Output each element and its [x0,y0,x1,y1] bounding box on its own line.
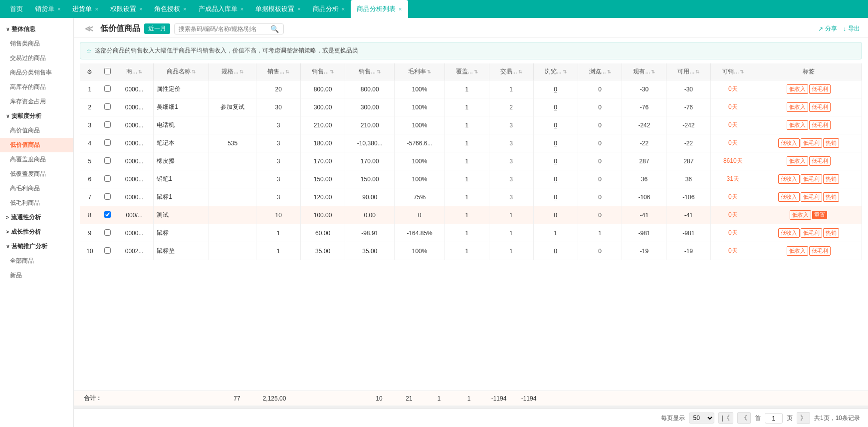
row-checkbox[interactable] [104,247,111,254]
browse-link[interactable]: 1 [554,230,557,237]
col-settings[interactable]: ⚙ [80,63,100,80]
row-checkbox[interactable] [104,193,111,200]
row-checkbox[interactable] [104,175,111,182]
nav-template[interactable]: 单据模板设置 × [249,0,306,18]
share-button[interactable]: ↗ 分享 [818,24,837,33]
sidebar-item-category-rate[interactable]: 商品分类销售率 [0,65,73,80]
sidebar-item-low-coverage[interactable]: 低覆盖度商品 [0,167,73,181]
browse-link[interactable]: 0 [554,176,557,183]
nav-products[interactable]: 产成品入库单 × [193,0,249,18]
col-gross[interactable]: 毛利率⇅ [395,63,444,80]
sidebar-section-growth[interactable]: > 成长性分析 [0,225,73,239]
sidebar-item-high-coverage[interactable]: 高覆盖度商品 [0,152,73,167]
next-page-button[interactable]: 》 [797,412,810,424]
row-browse1[interactable]: 0 [533,152,578,170]
browse-link[interactable]: 0 [554,104,557,111]
close-roles-icon[interactable]: × [183,6,186,12]
row-browse1[interactable]: 0 [533,206,578,224]
row-browse1[interactable]: 0 [533,134,578,152]
row-browse1[interactable]: 0 [533,188,578,206]
browse-link[interactable]: 0 [554,212,557,219]
nav-sales[interactable]: 销货单 × [29,0,66,18]
close-template-icon[interactable]: × [297,6,300,12]
col-name[interactable]: 商品名称⇅ [154,63,209,80]
col-browse2[interactable]: 浏览...⇅ [578,63,622,80]
col-code[interactable]: 商...⇅ [115,63,154,80]
nav-permissions[interactable]: 权限设置 × [104,0,148,18]
col-sale3[interactable]: 销售...⇅ [345,63,395,80]
row-checkbox[interactable] [104,103,111,110]
row-checkbox-cell[interactable] [100,116,115,134]
row-checkbox[interactable] [104,121,111,128]
row-browse1[interactable]: 0 [533,242,578,260]
row-checkbox[interactable] [104,157,111,164]
settings-icon[interactable]: ⚙ [87,68,92,75]
close-analysis-list-icon[interactable]: × [399,6,402,12]
first-page-button[interactable]: |《 [718,412,733,424]
sidebar-item-all-products[interactable]: 全部商品 [0,254,73,268]
row-checkbox[interactable] [104,211,111,218]
browse-link[interactable]: 0 [554,194,557,201]
sidebar-section-circulation[interactable]: > 流通性分析 [0,210,73,225]
sidebar-item-traded[interactable]: 交易过的商品 [0,51,73,65]
close-analysis-icon[interactable]: × [342,6,345,12]
sidebar-item-low-margin[interactable]: 低毛利商品 [0,196,73,210]
sidebar-item-high-value[interactable]: 高价值商品 [0,123,73,138]
row-checkbox-cell[interactable] [100,134,115,152]
search-box[interactable]: 🔍 [174,23,284,34]
sidebar-item-new-products[interactable]: 新品 [0,268,73,283]
browse-link[interactable]: 0 [554,122,557,129]
close-permissions-icon[interactable]: × [139,6,142,12]
col-browse1[interactable]: 浏览...⇅ [533,63,578,80]
nav-purchase[interactable]: 进货单 × [66,0,104,18]
row-checkbox[interactable] [104,139,111,146]
row-browse1[interactable]: 0 [533,116,578,134]
search-input[interactable] [179,25,268,32]
row-checkbox[interactable] [104,85,111,92]
sidebar-item-low-value[interactable]: 低价值商品 [0,138,73,152]
sidebar-item-sales-products[interactable]: 销售类商品 [0,36,73,51]
col-sale2[interactable]: 销售...⇅ [301,63,345,80]
nav-analysis[interactable]: 商品分析 × [307,0,351,18]
row-checkbox[interactable] [104,229,111,236]
col-spec[interactable]: 规格...⇅ [209,63,256,80]
close-purchase-icon[interactable]: × [95,6,98,12]
row-checkbox-cell[interactable] [100,98,115,116]
col-coverage[interactable]: 覆盖...⇅ [444,63,489,80]
filter-period-tag[interactable]: 近一月 [144,23,170,34]
close-products-icon[interactable]: × [240,6,243,12]
browse-link[interactable]: 0 [554,140,557,147]
sidebar-section-overall[interactable]: ∨ 整体信息 [0,22,73,36]
per-page-select[interactable]: 20 50 100 [689,413,714,424]
nav-home[interactable]: 首页 [4,0,29,18]
sidebar-section-contribution[interactable]: ∨ 贡献度分析 [0,109,73,123]
select-all-checkbox[interactable] [104,68,111,74]
nav-roles[interactable]: 角色授权 × [148,0,192,18]
row-checkbox-cell[interactable] [100,242,115,260]
row-browse1[interactable]: 1 [533,224,578,242]
sidebar-toggle[interactable]: ≪ [82,23,96,34]
col-avail[interactable]: 可用...⇅ [666,63,711,80]
row-checkbox-cell[interactable] [100,170,115,188]
sidebar-item-stock-capital[interactable]: 库存资金占用 [0,94,73,109]
row-browse1[interactable]: 0 [533,80,578,98]
row-checkbox-cell[interactable] [100,188,115,206]
nav-analysis-list[interactable]: 商品分析列表 × [351,0,408,18]
prev-page-button[interactable]: 《 [737,412,751,424]
row-browse1[interactable]: 0 [533,170,578,188]
sidebar-item-high-stock[interactable]: 高库存的商品 [0,80,73,94]
export-button[interactable]: ↓ 导出 [843,24,860,33]
page-input[interactable] [765,413,783,424]
row-checkbox-cell[interactable] [100,206,115,224]
close-sales-icon[interactable]: × [57,6,60,12]
browse-link[interactable]: 0 [554,248,557,255]
row-checkbox-cell[interactable] [100,152,115,170]
browse-link[interactable]: 0 [554,158,557,165]
sidebar-section-marketing[interactable]: ∨ 营销推广分析 [0,239,73,254]
row-checkbox-cell[interactable] [100,80,115,98]
col-stock[interactable]: 现有...⇅ [622,63,666,80]
col-sale1[interactable]: 销售...⇅ [256,63,301,80]
sidebar-item-high-margin[interactable]: 高毛利商品 [0,181,73,196]
browse-link[interactable]: 0 [554,86,557,93]
row-checkbox-cell[interactable] [100,224,115,242]
